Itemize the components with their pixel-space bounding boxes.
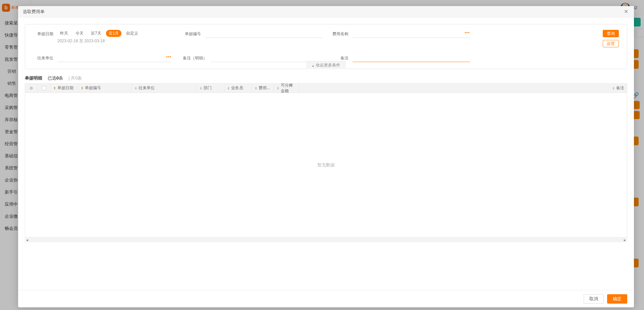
date-range-tags: 昨天 今天 近7天 近1月 自定义	[57, 30, 181, 37]
cancel-button[interactable]: 取消	[584, 294, 604, 304]
partner-input[interactable]	[57, 54, 171, 62]
sort-icon: ▲▼	[255, 87, 257, 90]
modal-title: 选取费用单	[23, 9, 45, 15]
column-header-fee[interactable]: ▲▼ 费用...	[252, 84, 274, 93]
column-label: 单据编号	[85, 85, 101, 91]
date-tag-custom[interactable]: 自定义	[123, 30, 141, 37]
collapse-filters-button[interactable]: 收起更多条件	[307, 61, 346, 69]
filter-group-code: 单据编号	[181, 30, 328, 38]
date-tag-last7[interactable]: 近7天	[88, 30, 104, 37]
column-header-partner[interactable]: ▲▼ 往来单位	[132, 84, 197, 93]
table-body-empty: 暂无数据	[25, 93, 627, 237]
column-label: 业务员	[231, 85, 243, 91]
date-tag-yesterday[interactable]: 昨天	[57, 30, 71, 37]
section-title: 单据明细	[25, 75, 42, 81]
gear-icon: ⚙	[30, 86, 33, 91]
empty-text: 暂无数据	[317, 162, 335, 168]
column-label: 单据日期	[57, 85, 73, 91]
scroll-left-icon[interactable]: ◄	[25, 238, 30, 242]
checkbox-icon	[42, 86, 46, 90]
date-range-value: 2023-02-18 至 2023-03-18	[57, 38, 181, 44]
note-input[interactable]	[353, 54, 470, 62]
filter-label-partner: 往来单位	[33, 54, 53, 61]
query-button[interactable]: 查询	[603, 30, 619, 37]
selected-count: 已选0条	[48, 75, 63, 81]
scroll-right-icon[interactable]: ►	[623, 238, 627, 242]
column-label: 往来单位	[139, 85, 155, 91]
filter-label-fee-name: 费用名称	[328, 30, 348, 37]
detail-section-header: 单据明细 已选0条 | 共0条	[25, 75, 627, 81]
modal-body: 单据日期 昨天 今天 近7天 近1月 自定义 2023-02-18 至 2023…	[18, 17, 634, 290]
filter-label-date: 单据日期	[33, 30, 53, 37]
sort-icon: ▲▼	[227, 87, 230, 90]
filter-group-note: 备注	[328, 54, 597, 62]
date-tag-last1m[interactable]: 近1月	[106, 30, 122, 37]
sort-icon: ▲▼	[81, 87, 84, 90]
settings-button[interactable]: 设置	[603, 40, 619, 47]
detail-table: ⚙ ▲▼ 单据日期 ▲▼ 单据编号 ▲▼ 往来单位 ▲▼	[25, 83, 627, 238]
column-settings-button[interactable]: ⚙	[25, 84, 38, 93]
column-header-code[interactable]: ▲▼ 单据编号	[78, 84, 132, 93]
ok-button[interactable]: 确定	[607, 294, 627, 304]
close-icon[interactable]: ✕	[623, 8, 629, 15]
fee-name-input[interactable]	[353, 30, 470, 38]
select-all-checkbox[interactable]	[38, 84, 51, 93]
select-expense-modal: 选取费用单 ✕ 单据日期 昨天 今天 近7天 近1月 自定义	[18, 6, 634, 307]
filter-actions: 查询 设置	[603, 30, 619, 47]
modal-header: 选取费用单 ✕	[18, 6, 634, 17]
note-detail-input[interactable]	[211, 54, 322, 62]
filter-label-note: 备注	[328, 54, 348, 61]
filter-group-note-detail: 备注（明细）	[181, 54, 328, 62]
collapse-filters-label: 收起更多条件	[316, 62, 340, 68]
column-label: 备注	[616, 85, 624, 91]
scroll-track[interactable]	[30, 238, 623, 242]
modal-footer: 取消 确定	[18, 290, 634, 307]
date-tag-today[interactable]: 今天	[73, 30, 86, 37]
column-label: 费用...	[259, 85, 270, 91]
sort-icon: ▲▼	[135, 87, 137, 90]
column-label: 可分摊金额	[281, 83, 296, 94]
column-header-staff[interactable]: ▲▼ 业务员	[224, 84, 252, 93]
sort-icon: ▲▼	[612, 87, 615, 90]
sort-icon: ▲▼	[277, 87, 279, 90]
code-input[interactable]	[205, 30, 322, 38]
filter-group-fee-name: 费用名称 •••	[328, 30, 597, 38]
filter-panel: 单据日期 昨天 今天 近7天 近1月 自定义 2023-02-18 至 2023…	[25, 24, 627, 69]
column-header-dept[interactable]: ▲▼ 部门	[197, 84, 224, 93]
column-header-amount[interactable]: ▲▼ 可分摊金额	[274, 84, 299, 93]
horizontal-scrollbar[interactable]: ◄ ►	[25, 238, 627, 242]
total-count: | 共0条	[68, 75, 82, 81]
filter-group-date: 单据日期 昨天 今天 近7天 近1月 自定义 2023-02-18 至 2023…	[33, 30, 181, 44]
partner-picker-icon[interactable]: •••	[166, 55, 171, 59]
sort-icon: ▲▼	[200, 87, 202, 90]
column-header-date[interactable]: ▲▼ 单据日期	[51, 84, 78, 93]
column-label: 部门	[204, 85, 212, 91]
filter-group-partner: 往来单位 •••	[33, 54, 181, 62]
sort-icon: ▲▼	[53, 87, 56, 90]
fee-name-picker-icon[interactable]: •••	[465, 31, 470, 35]
table-header: ⚙ ▲▼ 单据日期 ▲▼ 单据编号 ▲▼ 往来单位 ▲▼	[25, 84, 627, 93]
filter-label-code: 单据编号	[181, 30, 201, 37]
chevron-up-icon	[312, 63, 314, 68]
filter-label-note-detail: 备注（明细）	[181, 54, 207, 61]
column-header-remark[interactable]: ▲▼ 备注	[299, 84, 627, 93]
